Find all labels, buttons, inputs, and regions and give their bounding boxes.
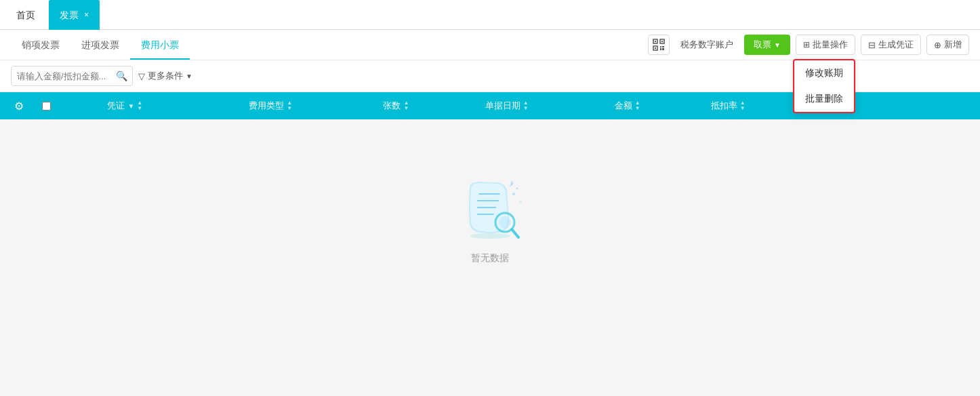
th-amount[interactable]: 金额 ▲▼ <box>572 100 682 112</box>
filter-label: 更多条件 <box>148 70 183 82</box>
svg-rect-7 <box>662 46 664 47</box>
svg-point-10 <box>470 233 510 239</box>
filter-button[interactable]: ▽ 更多条件 ▼ <box>133 67 198 85</box>
empty-text: 暂无数据 <box>471 252 509 264</box>
svg-rect-6 <box>660 46 661 47</box>
take-ticket-button[interactable]: 取票 ▼ <box>744 35 790 55</box>
qr-button[interactable] <box>648 35 670 55</box>
tab-income[interactable]: 进项发票 <box>70 30 130 60</box>
empty-illustration <box>449 174 531 241</box>
th-date-label: 单据日期 <box>485 100 520 112</box>
add-label: 新增 <box>944 39 962 51</box>
svg-point-16 <box>499 216 511 229</box>
voucher-sort: ▲▼ <box>137 100 142 111</box>
batch-dropdown-menu: 修改账期 批量删除 <box>793 59 855 113</box>
th-expense-type[interactable]: 费用类型 ▲▼ <box>190 100 351 112</box>
th-amount-label: 金额 <box>615 100 632 112</box>
svg-line-17 <box>512 229 518 237</box>
th-voucher[interactable]: 凭证 ▼ ▲▼ <box>60 100 190 112</box>
svg-rect-5 <box>655 47 656 49</box>
voucher-filter-icon: ▼ <box>127 102 134 110</box>
th-checkbox[interactable] <box>33 102 60 111</box>
tab-sales[interactable]: 销项发票 <box>11 30 70 60</box>
expense-sort: ▲▼ <box>287 100 292 111</box>
take-ticket-label: 取票 <box>754 39 771 51</box>
rate-sort: ▲▼ <box>740 100 746 111</box>
filter-chevron: ▼ <box>186 73 192 80</box>
search-wrap: 🔍 <box>11 66 133 86</box>
close-icon[interactable]: × <box>84 0 89 30</box>
sub-tabs: 销项发票 进项发票 费用小票 <box>11 30 190 60</box>
th-rate[interactable]: 抵扣率 ▲▼ <box>682 100 773 112</box>
th-expense-label: 费用类型 <box>249 100 284 112</box>
gear-icon: ⚙ <box>14 100 24 113</box>
search-input[interactable] <box>11 66 133 86</box>
voucher-icon: ⊟ <box>868 40 876 50</box>
th-voucher-label: 凭证 <box>107 100 125 112</box>
batch-ops-wrapper: ⊞ 批量操作 修改账期 批量删除 <box>796 35 855 55</box>
search-icon: 🔍 <box>116 71 127 81</box>
voucher-button[interactable]: ⊟ 生成凭证 <box>861 35 921 55</box>
svg-rect-3 <box>661 41 663 42</box>
invoice-tab[interactable]: 发票 × <box>49 0 100 30</box>
batch-ops-label: 批量操作 <box>813 39 848 51</box>
date-sort: ▲▼ <box>523 100 529 111</box>
qr-icon <box>653 39 665 51</box>
th-rate-label: 抵扣率 <box>711 100 737 112</box>
top-nav: 首页 发票 × <box>0 0 980 30</box>
svg-rect-8 <box>660 48 661 50</box>
batch-icon: ⊞ <box>803 40 810 50</box>
svg-rect-9 <box>662 48 664 50</box>
add-button[interactable]: ⊕ 新增 <box>926 35 969 55</box>
svg-point-18 <box>512 193 515 195</box>
take-ticket-chevron: ▼ <box>774 41 781 49</box>
th-gear[interactable]: ⚙ <box>5 100 33 113</box>
empty-state: 暂无数据 <box>0 119 980 292</box>
select-all-checkbox[interactable] <box>42 102 51 111</box>
amount-sort: ▲▼ <box>635 100 640 111</box>
tax-account-button[interactable]: 税务数字账户 <box>675 39 739 51</box>
tab-expense[interactable]: 费用小票 <box>130 30 190 60</box>
filter-icon: ▽ <box>138 71 145 81</box>
batch-delete-item[interactable]: 批量删除 <box>794 86 854 112</box>
count-sort: ▲▼ <box>403 100 409 111</box>
th-count-label: 张数 <box>383 100 401 112</box>
voucher-label: 生成凭证 <box>878 39 914 51</box>
batch-ops-button[interactable]: ⊞ 批量操作 <box>796 35 855 55</box>
svg-point-19 <box>520 201 522 203</box>
svg-rect-1 <box>655 41 656 42</box>
modify-period-item[interactable]: 修改账期 <box>794 60 854 86</box>
add-icon: ⊕ <box>934 40 941 50</box>
th-date[interactable]: 单据日期 ▲▼ <box>441 100 572 112</box>
th-count[interactable]: 张数 ▲▼ <box>351 100 442 112</box>
invoice-tab-label: 发票 <box>60 0 79 30</box>
home-link[interactable]: 首页 <box>11 0 41 30</box>
svg-point-20 <box>516 188 518 189</box>
